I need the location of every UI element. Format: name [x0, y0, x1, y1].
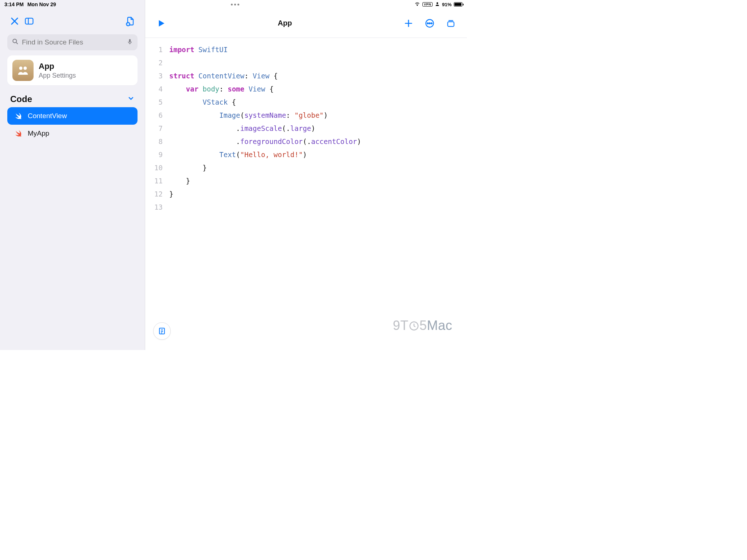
- code-line[interactable]: import SwiftUI: [169, 43, 467, 56]
- status-bar: 3:14 PM Mon Nov 29 VPN 91%: [0, 0, 467, 9]
- svg-point-11: [19, 67, 23, 70]
- svg-point-19: [431, 23, 432, 24]
- code-section-header[interactable]: Code: [0, 92, 145, 107]
- sidebar: App App Settings Code ContentView MyApp: [0, 0, 145, 350]
- code-line[interactable]: }: [169, 174, 467, 187]
- battery-icon: [454, 2, 462, 7]
- run-button[interactable]: [154, 16, 169, 31]
- battery-percent: 91%: [442, 2, 452, 7]
- file-name: MyApp: [28, 129, 49, 137]
- svg-rect-9: [129, 39, 131, 42]
- line-gutter: 12345678910111213: [145, 43, 167, 350]
- file-item-contentview[interactable]: ContentView: [7, 107, 138, 125]
- add-button[interactable]: [401, 16, 416, 31]
- code-editor[interactable]: 12345678910111213 import SwiftUI struct …: [145, 38, 467, 350]
- svg-point-7: [13, 39, 16, 43]
- svg-rect-20: [448, 22, 454, 26]
- search-icon: [12, 38, 19, 47]
- main-area: App 12345678910111213 import SwiftUI str…: [145, 0, 467, 350]
- app-icon: [12, 60, 34, 81]
- file-item-myapp[interactable]: MyApp: [7, 125, 138, 142]
- user-icon: [435, 1, 440, 8]
- svg-point-0: [417, 5, 418, 5]
- svg-point-1: [437, 2, 438, 4]
- svg-point-17: [427, 23, 428, 24]
- more-button[interactable]: [422, 16, 437, 31]
- app-card-subtitle: App Settings: [39, 72, 76, 79]
- wifi-icon: [414, 1, 420, 8]
- code-line[interactable]: .imageScale(.large): [169, 122, 467, 135]
- code-line[interactable]: }: [169, 161, 467, 174]
- code-line[interactable]: var body: some View {: [169, 82, 467, 96]
- multitask-dots[interactable]: [56, 4, 414, 5]
- new-file-button[interactable]: [123, 14, 138, 28]
- mic-icon[interactable]: [127, 38, 133, 47]
- svg-rect-4: [26, 18, 33, 24]
- sidebar-toggle-button[interactable]: [22, 14, 36, 28]
- svg-point-18: [429, 23, 430, 24]
- documentation-button[interactable]: [153, 322, 171, 340]
- code-line[interactable]: struct ContentView: View {: [169, 69, 467, 82]
- vpn-badge: VPN: [422, 2, 433, 7]
- status-date: Mon Nov 29: [27, 1, 56, 7]
- document-title: App: [169, 19, 401, 27]
- section-label: Code: [10, 94, 32, 104]
- watermark: 9T5Mac: [393, 318, 452, 333]
- file-name: ContentView: [28, 112, 67, 120]
- chevron-down-icon: [127, 94, 135, 104]
- swift-icon: [14, 112, 23, 120]
- app-settings-card[interactable]: App App Settings: [7, 55, 138, 85]
- search-field[interactable]: [7, 34, 138, 50]
- search-input[interactable]: [22, 38, 124, 46]
- close-button[interactable]: [7, 14, 22, 28]
- code-content[interactable]: import SwiftUI struct ContentView: View …: [167, 43, 467, 350]
- code-line[interactable]: [169, 201, 467, 214]
- code-line[interactable]: Image(systemName: "globe"): [169, 109, 467, 122]
- main-toolbar: App: [145, 9, 467, 38]
- code-line[interactable]: VStack {: [169, 96, 467, 109]
- windows-button[interactable]: [444, 16, 458, 31]
- file-list: ContentView MyApp: [0, 107, 145, 142]
- code-line[interactable]: Text("Hello, world!"): [169, 148, 467, 161]
- swift-icon: [14, 129, 23, 138]
- svg-point-12: [24, 67, 27, 70]
- code-line[interactable]: [169, 56, 467, 69]
- svg-line-8: [16, 43, 18, 44]
- status-time: 3:14 PM: [4, 1, 24, 7]
- app-card-title: App: [39, 62, 76, 71]
- code-line[interactable]: }: [169, 187, 467, 201]
- svg-marker-13: [159, 20, 165, 26]
- code-line[interactable]: .foregroundColor(.accentColor): [169, 135, 467, 148]
